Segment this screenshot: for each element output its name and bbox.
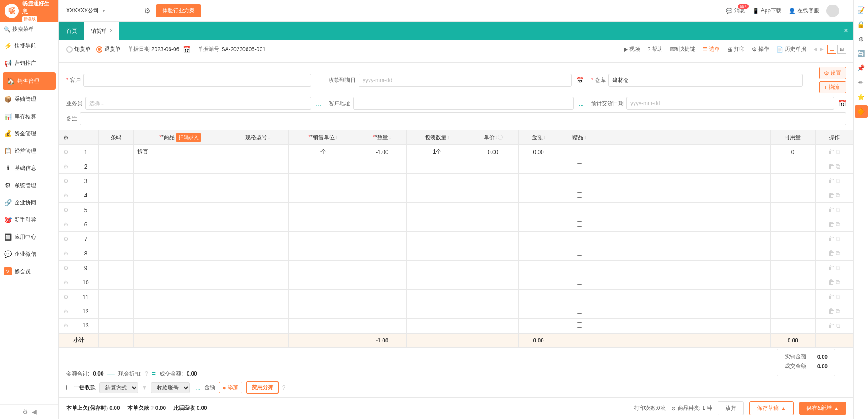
row-unit[interactable]: [288, 232, 358, 246]
row-settings[interactable]: ⚙: [59, 203, 73, 217]
help-btn[interactable]: ? 帮助: [645, 44, 664, 54]
row-gift[interactable]: [559, 261, 600, 275]
list-view-icon[interactable]: ☰: [827, 45, 836, 54]
owe-help-icon[interactable]: ?: [150, 405, 154, 411]
row-product[interactable]: [134, 261, 227, 275]
video-btn[interactable]: ▶ 视频: [622, 44, 642, 54]
row-settings[interactable]: ⚙: [59, 246, 73, 261]
tab-sales-order[interactable]: 销货单 ×: [84, 22, 119, 40]
row-spec[interactable]: [227, 261, 288, 275]
row-barcode[interactable]: [99, 290, 134, 304]
row-gift[interactable]: [559, 174, 600, 188]
row-copy-btn[interactable]: ⧉: [836, 148, 840, 156]
row-delete-btn[interactable]: 🗑: [828, 235, 834, 242]
row-product[interactable]: [134, 217, 227, 232]
customer-input[interactable]: [83, 74, 311, 87]
row-product[interactable]: [134, 246, 227, 261]
row-copy-btn[interactable]: ⧉: [836, 293, 840, 301]
row-amount[interactable]: [518, 290, 559, 304]
row-amount[interactable]: [518, 319, 559, 333]
user-avatar[interactable]: [826, 5, 839, 17]
right-panel-edit-icon[interactable]: ✏: [855, 76, 868, 89]
row-product[interactable]: [134, 304, 227, 319]
row-delete-btn[interactable]: 🗑: [828, 264, 834, 271]
sidebar-item-member[interactable]: V 畅会员: [0, 263, 58, 280]
row-amount[interactable]: [518, 159, 559, 174]
row-qty[interactable]: [358, 174, 407, 188]
sidebar-item-system[interactable]: ⚙ 系统管理: [0, 177, 58, 194]
row-delete-btn[interactable]: 🗑: [828, 221, 834, 228]
row-barcode[interactable]: [99, 159, 134, 174]
row-delete-btn[interactable]: 🗑: [828, 206, 834, 213]
row-pack-qty[interactable]: [407, 261, 468, 275]
warehouse-more-icon[interactable]: ...: [805, 77, 813, 84]
add-button[interactable]: ● 添加: [219, 382, 242, 393]
row-gift[interactable]: [559, 217, 600, 232]
row-amount[interactable]: [518, 275, 559, 290]
row-qty[interactable]: [358, 304, 407, 319]
right-panel-refresh-icon[interactable]: 🔄: [855, 47, 868, 60]
row-copy-btn[interactable]: ⧉: [836, 163, 840, 170]
row-gift[interactable]: [559, 159, 600, 174]
row-delete-btn[interactable]: 🗑: [828, 322, 834, 329]
operation-btn[interactable]: ⚙ 操作: [750, 44, 771, 54]
customer-address-more-icon[interactable]: ...: [577, 100, 584, 107]
settings-icon[interactable]: ⚙: [22, 408, 28, 415]
row-amount[interactable]: [518, 261, 559, 275]
row-pack-qty[interactable]: [407, 174, 468, 188]
delivery-date-input[interactable]: yyyy-mm-dd: [626, 97, 834, 110]
row-price[interactable]: [468, 319, 518, 333]
history-btn[interactable]: 📄 历史单据: [775, 44, 808, 54]
sidebar-item-sales[interactable]: 🏠 销售管理: [3, 72, 56, 90]
row-unit[interactable]: [288, 246, 358, 261]
discard-button[interactable]: 放弃: [718, 401, 744, 415]
row-spec[interactable]: [227, 290, 288, 304]
settings-button[interactable]: ⚙ 设置: [819, 67, 846, 79]
sidebar-item-enterprise[interactable]: 🔗 企业协同: [0, 194, 58, 211]
row-price[interactable]: [468, 304, 518, 319]
row-qty[interactable]: [358, 290, 407, 304]
row-delete-btn[interactable]: 🗑: [828, 308, 834, 315]
app-download-button[interactable]: 📱 App下载: [752, 7, 781, 14]
row-unit[interactable]: [288, 261, 358, 275]
row-product[interactable]: [134, 232, 227, 246]
row-product[interactable]: [134, 159, 227, 174]
row-spec[interactable]: [227, 159, 288, 174]
row-pack-qty[interactable]: [407, 275, 468, 290]
row-unit[interactable]: [288, 319, 358, 333]
company-selector[interactable]: XXXXXX公司 ▼: [66, 7, 139, 14]
settlement-more-icon[interactable]: ▼: [142, 385, 147, 391]
row-amount[interactable]: [518, 217, 559, 232]
right-panel-star-icon[interactable]: ⭐: [855, 91, 868, 103]
row-gift[interactable]: [559, 319, 600, 333]
row-barcode[interactable]: [99, 275, 134, 290]
row-gift[interactable]: [559, 275, 600, 290]
payment-date-calendar-icon[interactable]: 📅: [574, 77, 584, 84]
row-copy-btn[interactable]: ⧉: [836, 264, 840, 272]
sidebar-item-basic-info[interactable]: ℹ 基础信息: [0, 159, 58, 177]
row-gift[interactable]: [559, 203, 600, 217]
row-settings[interactable]: ⚙: [59, 174, 73, 188]
row-settings[interactable]: ⚙: [59, 319, 73, 333]
row-qty[interactable]: [358, 203, 407, 217]
sidebar-item-purchase[interactable]: 📦 采购管理: [0, 91, 58, 108]
row-pack-qty[interactable]: [407, 188, 468, 203]
scan-btn[interactable]: 扫码录入: [176, 133, 201, 142]
tabbar-close-button[interactable]: ×: [844, 27, 853, 35]
right-panel-add-icon[interactable]: ⊕: [855, 33, 868, 45]
row-barcode[interactable]: [99, 174, 134, 188]
row-copy-btn[interactable]: ⧉: [836, 235, 840, 243]
row-gift[interactable]: [559, 145, 600, 159]
row-qty[interactable]: [358, 232, 407, 246]
row-barcode[interactable]: [99, 217, 134, 232]
row-spec[interactable]: [227, 188, 288, 203]
row-amount[interactable]: 0.00: [518, 145, 559, 159]
row-copy-btn[interactable]: ⧉: [836, 221, 840, 228]
remark-input[interactable]: [80, 112, 846, 125]
row-gift[interactable]: [559, 188, 600, 203]
customer-address-input[interactable]: [353, 97, 574, 110]
save-new-button[interactable]: 保存&新增 ▲: [799, 402, 846, 415]
row-qty[interactable]: [358, 217, 407, 232]
warehouse-input[interactable]: 建材仓: [608, 74, 803, 87]
row-pack-qty[interactable]: [407, 232, 468, 246]
